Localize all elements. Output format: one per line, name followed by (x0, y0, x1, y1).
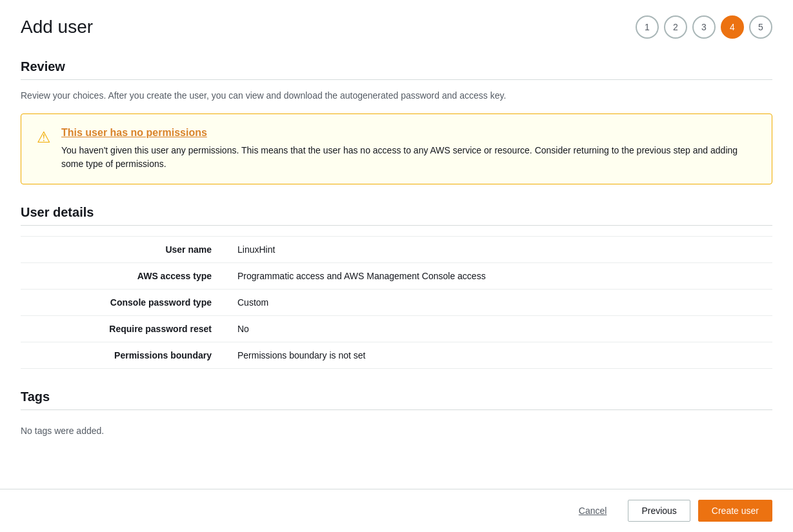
tags-title: Tags (21, 389, 772, 404)
user-details-title: User details (21, 205, 772, 220)
warning-text: You haven't given this user any permissi… (61, 144, 756, 171)
review-description: Review your choices. After you create th… (21, 90, 772, 101)
no-tags-text: No tags were added. (21, 420, 772, 441)
value-password-reset: No (227, 316, 772, 342)
table-row: User name LinuxHint (21, 237, 772, 263)
table-row: Require password reset No (21, 316, 772, 342)
value-username: LinuxHint (227, 237, 772, 263)
value-access-type: Programmatic access and AWS Management C… (227, 263, 772, 290)
warning-title: This user has no permissions (61, 127, 756, 139)
tags-divider (21, 409, 772, 410)
table-row: Console password type Custom (21, 290, 772, 316)
step-indicators: 1 2 3 4 5 (636, 15, 772, 39)
label-password-reset: Require password reset (21, 316, 227, 342)
user-details-divider (21, 225, 772, 226)
step-1[interactable]: 1 (636, 15, 659, 39)
bottom-bar: Cancel Previous Create user (0, 489, 793, 532)
warning-box: ⚠ This user has no permissions You haven… (21, 113, 772, 184)
table-row: Permissions boundary Permissions boundar… (21, 342, 772, 369)
review-title: Review (21, 59, 772, 74)
step-4[interactable]: 4 (721, 15, 744, 39)
value-password-type: Custom (227, 290, 772, 316)
details-table: User name LinuxHint AWS access type Prog… (21, 236, 772, 369)
label-access-type: AWS access type (21, 263, 227, 290)
page-title: Add user (21, 17, 93, 37)
table-row: AWS access type Programmatic access and … (21, 263, 772, 290)
value-permissions-boundary: Permissions boundary is not set (227, 342, 772, 369)
page-header: Add user 1 2 3 4 5 (21, 15, 772, 39)
warning-icon: ⚠ (37, 128, 51, 171)
step-3[interactable]: 3 (692, 15, 716, 39)
step-5[interactable]: 5 (749, 15, 772, 39)
step-2[interactable]: 2 (664, 15, 687, 39)
create-user-button[interactable]: Create user (698, 500, 772, 522)
user-details-section: User details User name LinuxHint AWS acc… (21, 205, 772, 369)
page-container: Add user 1 2 3 4 5 Review Review your ch… (0, 0, 793, 532)
review-section: Review Review your choices. After you cr… (21, 59, 772, 184)
label-password-type: Console password type (21, 290, 227, 316)
label-permissions-boundary: Permissions boundary (21, 342, 227, 369)
tags-section: Tags No tags were added. (21, 389, 772, 441)
review-divider (21, 79, 772, 80)
previous-button[interactable]: Previous (628, 500, 690, 522)
warning-content: This user has no permissions You haven't… (61, 127, 756, 171)
label-username: User name (21, 237, 227, 263)
cancel-button[interactable]: Cancel (565, 500, 621, 522)
